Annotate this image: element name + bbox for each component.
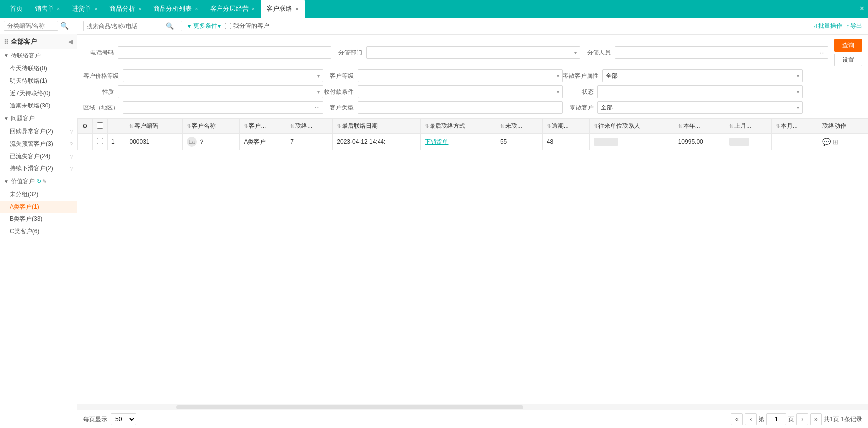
nav-home[interactable]: 首页 xyxy=(4,0,29,18)
page-size-select[interactable]: 50 100 200 xyxy=(111,413,136,425)
help-icon-1[interactable]: ? xyxy=(70,141,73,147)
col-this-month[interactable]: ⇅本月... xyxy=(771,119,818,134)
col-contact[interactable]: ⇅联络... xyxy=(286,119,333,134)
refresh-icon[interactable]: ↻ xyxy=(37,178,41,185)
value-customers-section[interactable]: ▼ 价值客户 ↻ ✎ xyxy=(0,175,77,188)
sidebar-ungrouped[interactable]: 未分组(32) xyxy=(0,188,77,201)
sidebar-a-class[interactable]: A类客户(1) xyxy=(0,201,77,213)
sidebar-today-contact[interactable]: 今天待联络(0) xyxy=(0,62,77,75)
customer-type-select[interactable] xyxy=(358,101,563,114)
sidebar-overdue-contact[interactable]: 逾期未联络(30) xyxy=(0,100,77,112)
filter-search-icon[interactable]: 🔍 xyxy=(166,22,174,30)
sidebar-declining[interactable]: 持续下滑客户(2) ? xyxy=(0,162,77,175)
col-settings[interactable]: ⚙ xyxy=(78,119,93,134)
last-page-btn[interactable]: » xyxy=(810,413,822,425)
help-icon-2[interactable]: ? xyxy=(70,154,73,160)
problem-customers-section[interactable]: ▼ 问题客户 xyxy=(0,112,77,125)
sidebar-repurchase-abnormal[interactable]: 回购异常客户(2) ? xyxy=(0,125,77,138)
select-all-checkbox[interactable] xyxy=(97,122,103,129)
col-overdue[interactable]: ⇅逾期... xyxy=(542,119,589,134)
region-select[interactable]: ··· xyxy=(123,101,323,114)
page-number-input[interactable] xyxy=(766,413,786,425)
sidebar-all-customers[interactable]: ⠿ 全部客户 ◀ xyxy=(0,34,77,49)
col-last-date[interactable]: ⇅最后联络日期 xyxy=(333,119,421,134)
action-buttons: 查询 设置 xyxy=(834,39,862,66)
status-label: 状态 xyxy=(563,88,597,96)
settings-button[interactable]: 设置 xyxy=(834,54,862,66)
dept-label: 分管部门 xyxy=(331,49,366,57)
query-button[interactable]: 查询 xyxy=(834,39,862,52)
sidebar-b-class[interactable]: B类客户(33) xyxy=(0,213,77,225)
prev-page-btn[interactable]: ‹ xyxy=(745,413,757,425)
filter-search-input[interactable] xyxy=(87,23,166,30)
pending-contact-section[interactable]: ▼ 待联络客户 xyxy=(0,49,77,62)
close-all-tabs[interactable]: × xyxy=(860,4,864,13)
sidebar-search-icon[interactable]: 🔍 xyxy=(60,22,69,30)
row-checkbox-cell[interactable] xyxy=(93,134,108,150)
filter-cell-level: 客户等级 ▾ xyxy=(323,69,563,82)
col-type[interactable]: ⇅客户... xyxy=(240,119,286,134)
row-checkbox[interactable] xyxy=(97,138,103,144)
pay-select[interactable]: ▾ xyxy=(358,85,563,98)
level-select[interactable]: ▾ xyxy=(358,69,563,82)
more-conditions-btn[interactable]: ▼ 更多条件 ▾ xyxy=(186,22,221,30)
scrollbar-thumb[interactable] xyxy=(176,405,523,409)
sort-contact-icon: ⇅ xyxy=(290,123,294,129)
col-unit-contact[interactable]: ⇅往来单位联系人 xyxy=(589,119,674,134)
batch-op-btn[interactable]: ☑ 批量操作 xyxy=(812,22,842,30)
sidebar-collapse-icon[interactable]: ◀ xyxy=(68,38,73,45)
col-no-contact[interactable]: ⇅未联... xyxy=(496,119,542,134)
sidebar-tomorrow-contact[interactable]: 明天待联络(1) xyxy=(0,75,77,87)
close-tab-sales[interactable]: × xyxy=(57,6,60,12)
export-btn[interactable]: ↑ 导出 xyxy=(846,22,862,30)
filter-row-3: 性质 ▾ 收付款条件 ▾ 状态 xyxy=(83,85,862,98)
retail-customer-select[interactable]: 全部 ▾ xyxy=(597,101,803,114)
col-checkbox[interactable] xyxy=(93,119,108,134)
sidebar-churn-warning[interactable]: 流失预警客户(3) ? xyxy=(0,138,77,150)
status-select[interactable]: ▾ xyxy=(597,85,803,98)
sidebar-7days-contact[interactable]: 近7天待联络(0) xyxy=(0,87,77,100)
nature-select[interactable]: ▾ xyxy=(118,85,323,98)
sidebar-search-input[interactable] xyxy=(4,21,58,31)
person-select[interactable]: ··· xyxy=(615,46,828,59)
level-arrow: ▾ xyxy=(557,73,559,79)
message-icon[interactable]: 💬 xyxy=(822,138,831,146)
row-this-year: 10995.00 xyxy=(674,134,725,150)
row-last-method[interactable]: 下销货单 xyxy=(421,134,496,150)
close-tab-contact[interactable]: × xyxy=(295,6,298,12)
col-name[interactable]: ⇅客户名称 xyxy=(182,119,239,134)
col-code[interactable]: ⇅客户编码 xyxy=(125,119,182,134)
sidebar-churned[interactable]: 已流失客户(24) ? xyxy=(0,150,77,162)
my-customers-checkbox[interactable]: 我分管的客户 xyxy=(225,22,269,30)
tab-product-analysis[interactable]: 商品分析 × xyxy=(104,0,147,18)
help-icon-0[interactable]: ? xyxy=(70,129,73,135)
first-page-btn[interactable]: « xyxy=(731,413,743,425)
table-row: 1 000031 Ea ？ A类客户 7 2023-04-12 14:44: xyxy=(78,134,868,150)
close-tab-list[interactable]: × xyxy=(195,6,198,12)
edit-icon[interactable]: ✎ xyxy=(42,178,47,185)
horizontal-scrollbar[interactable] xyxy=(77,404,868,410)
close-tab-mgmt[interactable]: × xyxy=(252,6,255,12)
last-method-link[interactable]: 下销货单 xyxy=(425,138,448,145)
tab-purchase[interactable]: 进货单 × xyxy=(66,0,103,18)
tab-customer-mgmt[interactable]: 客户分层经营 × xyxy=(204,0,261,18)
col-this-year[interactable]: ⇅本年... xyxy=(674,119,725,134)
close-tab-analysis[interactable]: × xyxy=(138,6,141,12)
tab-sales[interactable]: 销售单 × xyxy=(29,0,66,18)
retail-attr-select[interactable]: 全部 ▾ xyxy=(602,69,803,82)
next-page-btn[interactable]: › xyxy=(796,413,808,425)
price-level-select[interactable]: ▾ xyxy=(123,69,323,82)
sidebar-c-class[interactable]: C类客户(6) xyxy=(0,225,77,238)
tab-product-list[interactable]: 商品分析列表 × xyxy=(147,0,204,18)
qr-icon[interactable]: ⊞ xyxy=(833,138,839,146)
dept-select[interactable]: ▾ xyxy=(366,46,580,59)
col-action: 联络动作 xyxy=(818,119,868,134)
col-last-month[interactable]: ⇅上月... xyxy=(725,119,771,134)
close-tab-purchase[interactable]: × xyxy=(94,6,97,12)
help-icon-3[interactable]: ? xyxy=(70,166,73,172)
phone-input[interactable] xyxy=(118,46,331,59)
tab-customer-contact[interactable]: 客户联络 × xyxy=(261,0,304,18)
my-customers-check[interactable] xyxy=(225,23,231,29)
region-dots: ··· xyxy=(315,104,320,111)
col-last-method[interactable]: ⇅最后联络方式 xyxy=(421,119,496,134)
